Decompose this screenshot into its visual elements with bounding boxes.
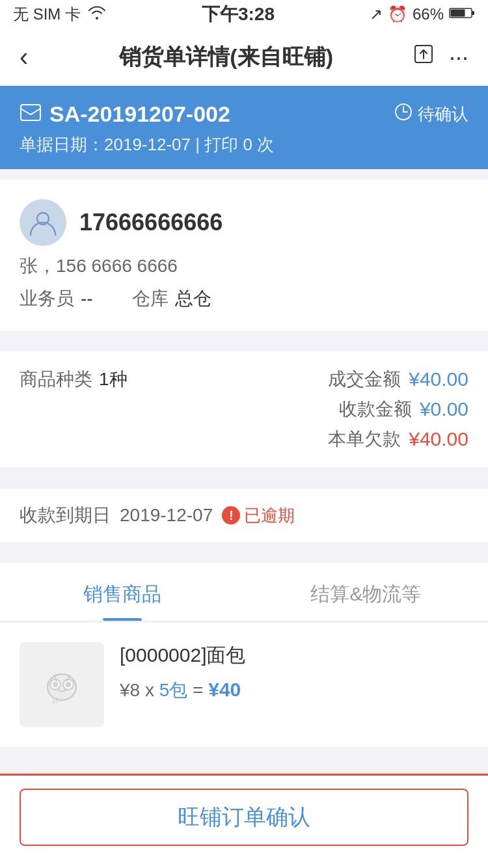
divider-1 — [0, 331, 488, 341]
nav-bar: ‹ 销货单详情(来自旺铺) ··· — [0, 29, 488, 86]
product-types-label: 商品种类 — [20, 367, 92, 392]
divider-2 — [0, 467, 488, 478]
salesperson-field: 业务员 -- — [20, 286, 93, 311]
more-button[interactable]: ··· — [449, 44, 468, 71]
warehouse-label: 仓库 — [132, 286, 169, 311]
salesperson-value: -- — [81, 288, 93, 309]
product-info: [0000002]面包 ¥8 x 5包 = ¥40 — [120, 642, 468, 703]
bottom-area: 旺铺订单确认 — [0, 774, 488, 868]
product-price-row: ¥8 x 5包 = ¥40 — [120, 678, 468, 703]
confirm-button[interactable]: 旺铺订单确认 — [20, 789, 468, 846]
customer-phone: 17666666666 — [79, 209, 223, 236]
location-icon: ↗ — [370, 5, 383, 23]
svg-rect-2 — [450, 10, 465, 17]
product-price: ¥8 x — [120, 680, 159, 700]
tab-products[interactable]: 销售商品 — [0, 563, 244, 621]
overdue-badge: ! 已逾期 — [222, 504, 295, 527]
due-section: 收款到期日 2019-12-07 ! 已逾期 — [0, 488, 488, 542]
battery-text: 66% — [413, 5, 444, 23]
owed-value: ¥40.00 — [409, 428, 468, 450]
alarm-icon: ⏰ — [388, 5, 407, 23]
svg-point-13 — [53, 682, 58, 687]
clock-icon — [394, 103, 413, 126]
collected-value: ¥0.00 — [420, 398, 468, 420]
status-text: 待确认 — [418, 103, 468, 126]
order-number: SA-20191207-002 — [20, 102, 230, 127]
collected-label: 收款金额 — [339, 397, 412, 422]
collected-row: 收款金额 ¥0.00 — [328, 397, 468, 422]
transaction-value: ¥40.00 — [409, 368, 468, 390]
owed-label: 本单欠款 — [328, 427, 401, 452]
salesperson-label: 业务员 — [20, 286, 74, 311]
page-title: 销货单详情(来自旺铺) — [41, 42, 411, 72]
divider-3 — [0, 542, 488, 552]
transaction-label: 成交金额 — [328, 367, 401, 392]
svg-text:群+: 群+ — [52, 696, 63, 704]
svg-point-14 — [66, 682, 71, 687]
wifi-icon — [87, 5, 107, 23]
product-section: 群+ [0000002]面包 ¥8 x 5包 = ¥40 — [0, 623, 488, 746]
product-types-item: 商品种类 1种 — [20, 367, 128, 392]
order-status: 待确认 — [394, 103, 468, 126]
status-time: 下午3:28 — [202, 2, 275, 27]
due-date-value: 2019-12-07 — [120, 505, 213, 526]
summary-right: 成交金额 ¥40.00 收款金额 ¥0.00 本单欠款 ¥40.00 — [328, 367, 468, 452]
summary-left: 商品种类 1种 — [20, 367, 128, 392]
inbox-icon — [20, 102, 42, 127]
product-types-value: 1种 — [99, 367, 128, 392]
no-sim-text: 无 SIM 卡 — [13, 4, 81, 25]
status-bar: 无 SIM 卡 下午3:28 ↗ ⏰ 66% — [0, 0, 488, 29]
tab-settlement[interactable]: 结算&物流等 — [244, 563, 488, 621]
summary-section: 商品种类 1种 成交金额 ¥40.00 收款金额 ¥0.00 本单欠款 ¥40.… — [0, 351, 488, 467]
overdue-text: 已逾期 — [244, 504, 295, 527]
product-item: 群+ [0000002]面包 ¥8 x 5包 = ¥40 — [20, 642, 468, 727]
status-left: 无 SIM 卡 — [13, 4, 107, 25]
status-right: ↗ ⏰ 66% — [370, 5, 475, 23]
tabs-container: 销售商品 结算&物流等 — [0, 563, 488, 621]
owed-row: 本单欠款 ¥40.00 — [328, 427, 468, 452]
product-name: [0000002]面包 — [120, 642, 468, 669]
svg-rect-1 — [472, 11, 474, 15]
overdue-icon: ! — [222, 506, 240, 524]
product-total: ¥40 — [208, 679, 241, 700]
customer-card: 17666666666 张，156 6666 6666 业务员 -- 仓库 总仓 — [0, 180, 488, 331]
battery-icon — [449, 5, 475, 23]
product-equals: = — [187, 680, 208, 700]
svg-rect-5 — [21, 105, 40, 120]
customer-meta: 业务员 -- 仓库 总仓 — [20, 286, 468, 311]
avatar — [20, 199, 66, 246]
customer-name-info: 张，156 6666 6666 — [20, 254, 468, 278]
product-thumbnail: 群+ — [20, 642, 104, 727]
back-button[interactable]: ‹ — [20, 42, 41, 72]
tabs-row: 销售商品 结算&物流等 — [0, 563, 488, 621]
due-date-label: 收款到期日 — [20, 503, 111, 528]
product-qty: 5包 — [159, 680, 188, 700]
nav-actions: ··· — [411, 42, 468, 72]
warehouse-value: 总仓 — [175, 286, 211, 311]
order-header: SA-20191207-002 待确认 单据日期：2019-12-07 | 打印… — [0, 86, 488, 169]
warehouse-field: 仓库 总仓 — [132, 286, 211, 311]
transaction-row: 成交金额 ¥40.00 — [328, 367, 468, 392]
order-date: 单据日期：2019-12-07 | 打印 0 次 — [20, 133, 468, 156]
share-button[interactable] — [411, 42, 436, 72]
